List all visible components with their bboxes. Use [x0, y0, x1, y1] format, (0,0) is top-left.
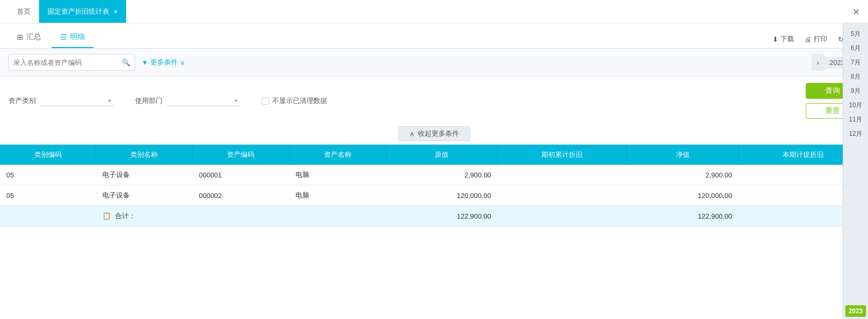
- table-total-row: 📋 合计： 122,900.00 122,900.00: [0, 206, 868, 227]
- top-nav: 首页 固定资产折旧统计表 × ✕: [0, 0, 868, 23]
- collapse-bar: ∧ 收起更多条件: [0, 123, 868, 145]
- dept-filter: 使用部门: [135, 96, 241, 106]
- cell-asset-name-1: 电脑: [289, 165, 386, 185]
- total-accum-deprec: [498, 206, 627, 227]
- cell-cat-name-1: 电子设备: [96, 165, 193, 185]
- nav-tab-fixed-assets[interactable]: 固定资产折旧统计表 ×: [39, 0, 126, 23]
- cell-net-value-1: 2,900.00: [627, 165, 739, 185]
- cell-cat-code-1: 05: [0, 165, 96, 185]
- asset-type-filter: 资产类别: [8, 96, 114, 106]
- panel-arrow-button[interactable]: ›: [812, 54, 824, 71]
- collapse-icon: ∧: [409, 130, 415, 138]
- nav-tab-close[interactable]: ×: [113, 7, 118, 16]
- sidebar-year-badge[interactable]: 2023: [845, 305, 866, 317]
- col-net-value: 净值: [627, 145, 739, 165]
- search-icon: 🔍: [122, 59, 130, 67]
- cell-net-value-2: 120,000.00: [627, 185, 739, 206]
- sidebar-month-6[interactable]: 6月: [844, 42, 867, 55]
- tab-summary-label: 汇总: [26, 32, 41, 42]
- total-icon-cell: [0, 206, 96, 227]
- right-sidebar: 5月 6月 7月 8月 9月 10月 11月 12月 2023: [843, 23, 868, 319]
- hide-cleared-item: 不显示已清理数据: [262, 96, 327, 106]
- more-conditions-button[interactable]: ▼ 更多条件 ∨: [141, 58, 185, 67]
- cell-asset-code-2: 000002: [193, 185, 289, 206]
- download-label: 下载: [780, 34, 794, 44]
- download-icon: ⬇: [772, 35, 778, 43]
- search-input-wrap: 🔍: [8, 54, 135, 71]
- tab-summary[interactable]: ⊞ 汇总: [8, 27, 50, 48]
- cell-cat-code-2: 05: [0, 185, 96, 206]
- col-asset-name: 资产名称: [289, 145, 386, 165]
- collapse-button[interactable]: ∧ 收起更多条件: [398, 126, 470, 141]
- nav-tab-label: 固定资产折旧统计表: [47, 7, 109, 16]
- dept-select-wrapper: [167, 96, 241, 106]
- cell-original-value-2: 120,000.00: [386, 185, 498, 206]
- table-row: 05 电子设备 000001 电脑 2,900.00 2,900.00: [0, 165, 868, 185]
- sub-tabs-bar: ⊞ 汇总 ☰ 明细 ⬇ 下载 🖨 打印 ↻ 刷新: [0, 23, 868, 49]
- hide-cleared-label: 不显示已清理数据: [272, 96, 327, 106]
- total-label-cell: 📋 合计：: [96, 206, 386, 227]
- tab-detail[interactable]: ☰ 明细: [52, 27, 93, 48]
- col-asset-code: 资产编码: [193, 145, 289, 165]
- more-conditions-label: 更多条件: [150, 58, 178, 67]
- chevron-down-icon: ∨: [180, 59, 185, 67]
- cell-cat-name-2: 电子设备: [96, 185, 193, 206]
- asset-type-select[interactable]: [40, 96, 114, 106]
- asset-type-select-wrapper: [40, 96, 114, 106]
- cell-asset-name-2: 电脑: [289, 185, 386, 206]
- total-label: 合计：: [115, 212, 136, 220]
- total-net-value: 122,900.00: [627, 206, 739, 227]
- sidebar-month-10[interactable]: 10月: [844, 99, 867, 112]
- print-icon: 🖨: [805, 35, 812, 43]
- sidebar-month-5[interactable]: 5月: [844, 27, 867, 41]
- search-input[interactable]: [13, 59, 120, 67]
- sidebar-month-9[interactable]: 9月: [844, 85, 867, 98]
- filter-row: 资产类别 使用部门 不显示已清理数据 查询 重置: [0, 77, 868, 123]
- data-table: 类别编码 类别名称 资产编码 资产名称 原值 期初累计折旧 净值 本期计提折旧 …: [0, 145, 868, 227]
- dept-label: 使用部门: [135, 96, 163, 106]
- cell-accum-deprec-2: [498, 185, 627, 206]
- search-bar: 🔍 ▼ 更多条件 ∨ › 2023.01: [0, 49, 868, 77]
- sidebar-month-12[interactable]: 12月: [844, 127, 867, 140]
- collapse-label: 收起更多条件: [418, 129, 459, 138]
- content-area: ⊞ 汇总 ☰ 明细 ⬇ 下载 🖨 打印 ↻ 刷新 🔍: [0, 23, 868, 319]
- print-label: 打印: [814, 34, 827, 44]
- print-button[interactable]: 🖨 打印: [805, 34, 827, 44]
- cell-accum-deprec-1: [498, 165, 627, 185]
- dept-select[interactable]: [167, 96, 241, 106]
- sidebar-month-11[interactable]: 11月: [844, 113, 867, 126]
- cell-original-value-1: 2,900.00: [386, 165, 498, 185]
- sidebar-month-7[interactable]: 7月: [844, 56, 867, 69]
- total-original-value: 122,900.00: [386, 206, 498, 227]
- download-button[interactable]: ⬇ 下载: [772, 34, 794, 44]
- cell-asset-code-1: 000001: [193, 165, 289, 185]
- total-icon: 📋: [102, 212, 111, 220]
- sidebar-month-8[interactable]: 8月: [844, 70, 867, 83]
- filter-icon: ▼: [141, 59, 148, 67]
- table-header-row: 类别编码 类别名称 资产编码 资产名称 原值 期初累计折旧 净值 本期计提折旧: [0, 145, 868, 165]
- col-original-value: 原值: [386, 145, 498, 165]
- tab-detail-label: 明细: [70, 32, 85, 42]
- window-close-button[interactable]: ✕: [853, 6, 860, 16]
- hide-cleared-checkbox[interactable]: [262, 97, 269, 105]
- nav-home[interactable]: 首页: [8, 0, 39, 23]
- col-cat-code: 类别编码: [0, 145, 96, 165]
- table-row: 05 电子设备 000002 电脑 120,000.00 120,000.00: [0, 185, 868, 206]
- asset-type-label: 资产类别: [8, 96, 36, 106]
- detail-icon: ☰: [60, 33, 67, 41]
- col-cat-name: 类别名称: [96, 145, 193, 165]
- table-wrap: 类别编码 类别名称 资产编码 资产名称 原值 期初累计折旧 净值 本期计提折旧 …: [0, 145, 868, 319]
- summary-icon: ⊞: [17, 33, 23, 41]
- col-accum-deprec: 期初累计折旧: [498, 145, 627, 165]
